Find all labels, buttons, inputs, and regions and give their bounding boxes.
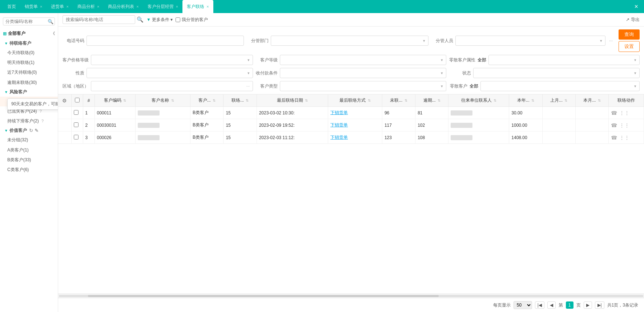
- row-last-contact-method-cell[interactable]: 下销货单: [328, 131, 382, 144]
- tab-customer-connect[interactable]: 客户联络 ×: [182, 0, 213, 13]
- tab-goods-list-label: 商品分析列表: [108, 4, 134, 10]
- window-close-button[interactable]: ×: [631, 3, 641, 11]
- sidebar-all-customers[interactable]: ⊞ 全部客户 《: [0, 28, 58, 39]
- sidebar-item-class-c[interactable]: C类客户(6): [0, 165, 58, 175]
- tab-goods-analysis-close[interactable]: ×: [97, 4, 99, 9]
- col-contact[interactable]: 联络... ⇅: [224, 94, 257, 107]
- sidebar-item-class-b[interactable]: B类客户(33): [0, 155, 58, 165]
- row-contact-icon[interactable]: ☎: [611, 135, 617, 141]
- col-unit-contact[interactable]: 往来单位联系人 ⇅: [448, 94, 509, 107]
- status-select[interactable]: ▾: [473, 68, 640, 78]
- row-last-contact-method-cell[interactable]: 下销货单: [328, 107, 382, 119]
- row-checkbox-cell[interactable]: [71, 119, 83, 131]
- tab-purchase-close[interactable]: ×: [66, 4, 68, 9]
- col-name-sort: ⇅: [171, 98, 174, 102]
- sidebar-item-today[interactable]: 今天待联络(0): [0, 48, 58, 58]
- region-select[interactable]: ···: [91, 81, 253, 91]
- customer-type-select[interactable]: ▾: [280, 81, 446, 91]
- tab-goods-list[interactable]: 商品分析列表 ×: [104, 0, 143, 13]
- gender-select[interactable]: ▾: [86, 68, 253, 78]
- tab-sales-close[interactable]: ×: [40, 4, 42, 9]
- my-customers-checkbox[interactable]: [176, 17, 180, 22]
- sidebar-risk-section[interactable]: ▼ 风险客户: [0, 88, 58, 97]
- customer-level-select[interactable]: ▾: [280, 55, 446, 65]
- tab-goods-analysis[interactable]: 商品分析 ×: [73, 0, 104, 13]
- row-more-icon[interactable]: ⋮⋮: [619, 135, 629, 141]
- col-this-year[interactable]: 本年... ⇅: [509, 94, 542, 107]
- value-refresh-icon[interactable]: ↻: [29, 128, 33, 133]
- sidebar-item-overdue[interactable]: 逾期未联络(30): [0, 78, 58, 88]
- contact-method-link[interactable]: 下销货单: [330, 135, 348, 140]
- row-checkbox-cell[interactable]: [71, 131, 83, 144]
- dept-select[interactable]: ▾: [271, 36, 428, 46]
- row-more-icon[interactable]: ⋮⋮: [619, 110, 629, 116]
- filter-search-button[interactable]: 🔍: [137, 16, 144, 23]
- person-more-icon[interactable]: ···: [609, 38, 613, 43]
- col-code[interactable]: 客户编码 ⇅: [94, 94, 135, 107]
- export-button[interactable]: ↗ 导出: [626, 17, 640, 23]
- per-page-select[interactable]: 50 100 200: [514, 301, 532, 309]
- payment-select[interactable]: ▾: [280, 68, 446, 78]
- tab-customer-connect-close[interactable]: ×: [206, 4, 209, 9]
- scrollbar-thumb[interactable]: [88, 295, 439, 297]
- row-contact-icon[interactable]: ☎: [611, 110, 617, 116]
- col-settings[interactable]: ⚙: [58, 94, 71, 107]
- sidebar-item-7days[interactable]: 近7天待联络(0): [0, 68, 58, 77]
- sidebar-item-declining[interactable]: 持续下滑客户(2) ?: [0, 116, 58, 126]
- sidebar-value-section[interactable]: ▼ 价值客户 ↻ ✎: [0, 126, 58, 135]
- tab-goods-list-close[interactable]: ×: [136, 4, 138, 9]
- sidebar-item-unclassified[interactable]: 未分组(32): [0, 135, 58, 145]
- tab-customer-tier[interactable]: 客户分层经营 ×: [143, 0, 182, 13]
- col-level-label: 客户...: [198, 98, 211, 103]
- row-checkbox[interactable]: [74, 135, 79, 139]
- last-page-button[interactable]: ▶|: [595, 301, 604, 309]
- filter-field-price-level: 客户价格等级 ▾: [63, 55, 253, 65]
- settings-button[interactable]: 设置: [619, 41, 640, 52]
- col-checkbox[interactable]: [71, 94, 83, 107]
- value-settings-icon[interactable]: ✎: [35, 128, 39, 133]
- tab-customer-tier-close[interactable]: ×: [176, 4, 178, 9]
- sidebar-search-input[interactable]: [3, 17, 55, 25]
- row-checkbox-cell[interactable]: [71, 107, 83, 119]
- tab-purchase[interactable]: 进货单 ×: [47, 0, 73, 13]
- col-name[interactable]: 客户名称 ⇅: [135, 94, 190, 107]
- row-contact-icon[interactable]: ☎: [611, 122, 617, 128]
- retail-customer-select[interactable]: ▾: [480, 81, 640, 91]
- col-this-month[interactable]: 本月... ⇅: [575, 94, 608, 107]
- sidebar-item-class-a[interactable]: A类客户(1): [0, 145, 58, 155]
- col-no-contact[interactable]: 未联... ⇅: [382, 94, 415, 107]
- prev-page-button[interactable]: ◀: [547, 301, 556, 309]
- contact-method-link[interactable]: 下销货单: [330, 122, 348, 127]
- row-last-contact-method-cell[interactable]: 下销货单: [328, 119, 382, 131]
- filter-field-gender: 性质 ▾: [63, 68, 253, 78]
- current-page-number[interactable]: 1: [566, 301, 573, 309]
- horizontal-scrollbar[interactable]: [58, 293, 644, 298]
- sidebar-pending-section[interactable]: ▼ 待联络客户: [0, 39, 58, 48]
- col-last-month[interactable]: 上月... ⇅: [542, 94, 575, 107]
- my-customers-checkbox-label[interactable]: 我分管的客户: [176, 17, 208, 23]
- col-level[interactable]: 客户... ⇅: [190, 94, 224, 107]
- col-last-contact-method[interactable]: 最后联络方式 ⇅: [328, 94, 382, 107]
- table-settings-icon[interactable]: ⚙: [62, 98, 67, 104]
- sidebar-item-tomorrow[interactable]: 明天待联络(1): [0, 58, 58, 68]
- tab-sales[interactable]: 销货单 ×: [20, 0, 47, 13]
- row-more-icon[interactable]: ⋮⋮: [619, 122, 629, 128]
- retail-attr-select[interactable]: ▾: [488, 55, 640, 65]
- first-page-button[interactable]: |◀: [535, 301, 544, 309]
- contact-method-link[interactable]: 下销货单: [330, 110, 348, 115]
- filter-search-input[interactable]: [63, 15, 135, 24]
- col-overdue[interactable]: 逾期... ⇅: [415, 94, 448, 107]
- tab-home[interactable]: 首页: [3, 0, 20, 13]
- col-last-contact-date[interactable]: 最后联络日期 ⇅: [257, 94, 328, 107]
- row-checkbox[interactable]: [74, 110, 79, 115]
- row-level-cell: B类客户: [190, 131, 224, 144]
- next-page-button[interactable]: ▶: [584, 301, 592, 309]
- row-checkbox[interactable]: [74, 122, 79, 127]
- person-select[interactable]: ▾: [455, 36, 605, 46]
- price-level-select[interactable]: ▾: [91, 55, 253, 65]
- query-button[interactable]: 查询: [619, 29, 640, 40]
- phone-input[interactable]: [86, 36, 244, 46]
- more-conditions-button[interactable]: ▼ 更多条件 ▾: [146, 17, 173, 23]
- filter-field-dept: 分管部门 ▾: [247, 36, 428, 46]
- table-select-all[interactable]: [75, 98, 80, 102]
